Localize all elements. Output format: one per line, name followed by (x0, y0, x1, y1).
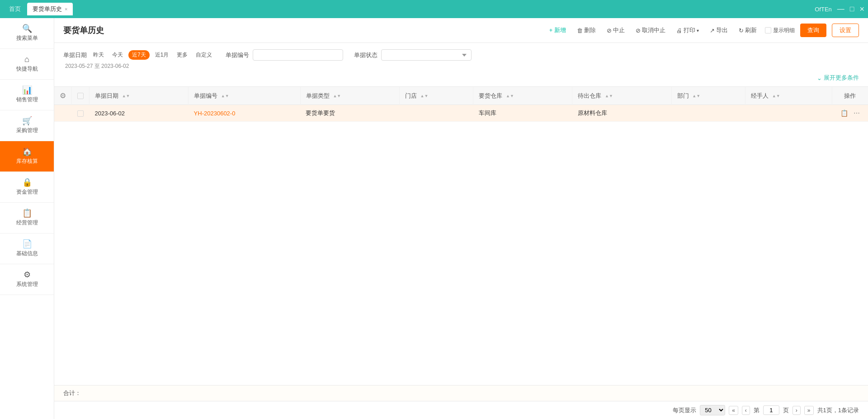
top-bar-right: OfTEn — □ × (815, 5, 864, 14)
sidebar-item-sales-mgmt-label: 销售管理 (16, 96, 38, 104)
export-button[interactable]: ↗ 导出 (707, 24, 731, 36)
next-page-button[interactable]: › (793, 406, 801, 415)
setting-button[interactable]: 设置 (832, 24, 859, 37)
expand-more-btn[interactable]: ⌄ 展开更多条件 (817, 74, 859, 82)
sidebar-item-ops-mgmt[interactable]: 📋 经营管理 (0, 203, 54, 233)
row-doc-no: YH-20230602-0 (189, 105, 301, 122)
query-button[interactable]: 查询 (800, 24, 826, 37)
show-detail-check-icon[interactable] (765, 27, 771, 33)
top-bar: 首页 要货单历史 × OfTEn — □ × (0, 0, 868, 18)
tab-home[interactable]: 首页 (4, 3, 26, 15)
col-doc-date-label: 单据日期 (95, 92, 118, 99)
yesterday-btn[interactable]: 昨天 (90, 50, 107, 60)
cancel-stop-button[interactable]: ⊘ 取消中止 (633, 24, 668, 36)
status-label: 单据状态 (354, 51, 377, 59)
page-summary: 共1页，1条记录 (817, 406, 859, 414)
row-checkbox[interactable] (77, 110, 84, 117)
sidebar-item-sys-mgmt[interactable]: ⚙ 系统管理 (0, 264, 54, 295)
table-wrap: ⚙ 单据日期 ▲▼ 单据编号 ▲▼ (54, 87, 868, 385)
sidebar-item-ops-mgmt-label: 经营管理 (16, 219, 38, 227)
sort-pending-warehouse-icon[interactable]: ▲▼ (605, 94, 613, 98)
minimize-button[interactable]: — (837, 5, 844, 13)
more-btn[interactable]: 更多 (174, 50, 190, 60)
today-btn[interactable]: 今天 (109, 50, 126, 60)
sidebar-item-inventory-label: 库存核算 (16, 157, 38, 165)
tab-active[interactable]: 要货单历史 × (27, 3, 73, 15)
row-edit-button[interactable]: 📋 (840, 109, 849, 118)
row-more-button[interactable]: ⋯ (853, 109, 861, 118)
sidebar-item-basic-info[interactable]: 📄 基础信息 (0, 233, 54, 264)
column-settings-icon[interactable]: ⚙ (60, 92, 66, 100)
sidebar-item-finance-mgmt[interactable]: 🔒 资金管理 (0, 172, 54, 203)
row-settings (54, 105, 72, 122)
col-pending-warehouse-label: 待出仓库 (578, 92, 601, 99)
sort-handler-icon[interactable]: ▲▼ (772, 94, 780, 98)
col-req-warehouse-label: 要货仓库 (479, 92, 502, 99)
sidebar-item-purchase-mgmt-label: 采购管理 (16, 127, 38, 134)
col-doc-type: 单据类型 ▲▼ (300, 87, 399, 105)
row-doc-no-link[interactable]: YH-20230602-0 (194, 110, 236, 117)
tab-active-label: 要货单历史 (33, 5, 62, 13)
row-dept (671, 105, 745, 122)
sort-dept-icon[interactable]: ▲▼ (692, 94, 700, 98)
page-title: 要货单历史 (63, 25, 104, 36)
stop-button[interactable]: ⊘ 中止 (604, 24, 627, 36)
sidebar-item-quick-nav[interactable]: ⌂ 快捷导航 (0, 49, 54, 80)
first-page-button[interactable]: « (729, 406, 738, 415)
sys-mgmt-icon: ⚙ (24, 271, 31, 279)
col-settings: ⚙ (54, 87, 72, 105)
sort-doc-no-icon[interactable]: ▲▼ (221, 94, 229, 98)
print-icon: 🖨 (676, 27, 682, 34)
export-icon: ↗ (710, 27, 715, 34)
page-size-select[interactable]: 20 50 100 200 (700, 405, 725, 415)
custom-btn[interactable]: 自定义 (193, 50, 215, 60)
sort-store-icon[interactable]: ▲▼ (420, 94, 429, 98)
ops-mgmt-icon: 📋 (22, 209, 32, 217)
current-page-input[interactable] (763, 405, 779, 415)
sort-req-warehouse-icon[interactable]: ▲▼ (506, 94, 514, 98)
col-doc-no-label: 单据编号 (194, 92, 217, 99)
close-button[interactable]: × (859, 5, 864, 14)
delete-icon: 🗑 (577, 27, 583, 34)
recent1m-btn[interactable]: 近1月 (152, 50, 172, 60)
tab-home-label: 首页 (9, 5, 21, 13)
sidebar-item-inventory[interactable]: 🏠 库存核算 (0, 141, 54, 172)
row-handler (745, 105, 832, 122)
maximize-button[interactable]: □ (850, 5, 854, 13)
recent7-btn[interactable]: 近7天 (128, 50, 150, 60)
table-footer: 合计： (54, 385, 868, 401)
sort-doc-date-icon[interactable]: ▲▼ (122, 94, 130, 98)
purchase-mgmt-icon: 🛒 (22, 117, 32, 125)
add-button[interactable]: + 新增 (547, 24, 569, 36)
sort-doc-type-icon[interactable]: ▲▼ (333, 94, 341, 98)
refresh-button[interactable]: ↻ 刷新 (736, 24, 760, 36)
select-all-checkbox[interactable] (77, 93, 84, 99)
show-detail-checkbox[interactable]: 显示明细 (765, 27, 795, 34)
col-req-warehouse: 要货仓库 ▲▼ (473, 87, 572, 105)
last-page-button[interactable]: » (804, 406, 814, 415)
sidebar-item-sales-mgmt[interactable]: 📊 销售管理 (0, 80, 54, 110)
row-req-warehouse: 车间库 (473, 105, 572, 122)
sidebar-item-search-menu[interactable]: 🔍 搜索菜单 (0, 18, 54, 49)
status-select[interactable] (381, 49, 472, 61)
col-doc-type-label: 单据类型 (306, 92, 330, 99)
date-filter-buttons: 昨天 今天 近7天 近1月 更多 自定义 (90, 50, 215, 60)
col-dept: 部门 ▲▼ (671, 87, 745, 105)
sidebar-item-purchase-mgmt[interactable]: 🛒 采购管理 (0, 110, 54, 141)
col-store: 门店 ▲▼ (399, 87, 473, 105)
col-action-label: 操作 (844, 92, 856, 99)
expand-icon: ⌄ (817, 75, 822, 81)
col-checkbox (72, 87, 90, 105)
tab-close-icon[interactable]: × (65, 6, 67, 12)
main-layout: 🔍 搜索菜单 ⌂ 快捷导航 📊 销售管理 🛒 采购管理 🏠 库存核算 🔒 资金管… (0, 18, 868, 419)
cancel-stop-icon: ⊘ (636, 27, 641, 34)
row-doc-date: 2023-06-02 (90, 105, 189, 122)
data-table: ⚙ 单据日期 ▲▼ 单据编号 ▲▼ (54, 87, 868, 122)
print-button[interactable]: 🖨 打印 ▾ (674, 24, 702, 36)
prev-page-button[interactable]: ‹ (742, 406, 750, 415)
delete-button[interactable]: 🗑 删除 (574, 24, 599, 36)
col-handler: 经手人 ▲▼ (745, 87, 832, 105)
filter-expand-row: ⌄ 展开更多条件 (63, 74, 859, 82)
often-label: OfTEn (815, 6, 832, 13)
doc-no-input[interactable] (253, 49, 343, 61)
